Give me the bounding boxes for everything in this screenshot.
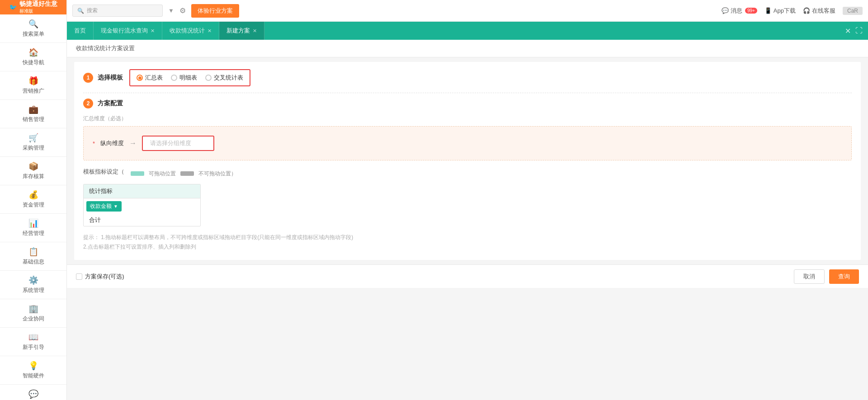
sidebar-label-inventory: 库存核算 xyxy=(23,173,44,180)
sidebar-label-purchase: 采购管理 xyxy=(23,144,44,152)
sidebar-label-business: 经营管理 xyxy=(23,230,44,237)
bottom-buttons: 取消 查询 xyxy=(794,269,859,284)
window-maximize-icon[interactable]: ⛶ xyxy=(855,27,863,35)
cancel-button[interactable]: 取消 xyxy=(794,269,825,284)
drag-legend: 可拖动位置 不可拖动位置） xyxy=(131,170,236,178)
service-btn[interactable]: 🎧 在线客服 xyxy=(803,7,835,15)
dropdown-arrow[interactable]: ▼ xyxy=(168,7,174,14)
metric-tag-label: 收款金额 xyxy=(90,202,112,210)
download-btn[interactable]: 📱 App下载 xyxy=(764,7,796,15)
sidebar-item-hardware[interactable]: 💡 智能硬件 xyxy=(0,356,66,385)
sidebar-item-purchase[interactable]: 🛒 采购管理 xyxy=(0,128,66,157)
sidebar-label-system: 系统管理 xyxy=(23,287,44,294)
query-button[interactable]: 查询 xyxy=(829,269,859,284)
sidebar-item-base[interactable]: 📋 基础信息 xyxy=(0,242,66,271)
radio-cross[interactable]: 交叉统计表 xyxy=(205,74,243,82)
header-right: 💬 消息 99+ 📱 App下载 🎧 在线客服 CaR xyxy=(722,7,863,15)
sidebar-item-collab[interactable]: 🏢 企业协同 xyxy=(0,299,66,328)
sidebar-item-search[interactable]: 🔍 搜索菜单 xyxy=(0,14,66,43)
metrics-box-header: 统计指标 xyxy=(84,184,200,198)
dim-arrow-icon: → xyxy=(129,139,137,147)
required-mark: * xyxy=(93,140,95,147)
window-close-icon[interactable]: ✕ xyxy=(845,27,851,35)
step2-row: 2 方案配置 xyxy=(83,99,852,108)
bottom-bar: 方案保存(可选) 取消 查询 xyxy=(67,264,868,288)
sidebar-item-guide[interactable]: 📖 新手引导 xyxy=(0,328,66,356)
main-section: 1 选择模板 汇总表 明细表 交叉统计表 xyxy=(74,62,861,260)
tab-home[interactable]: 首页 xyxy=(67,22,94,40)
download-icon: 📱 xyxy=(764,7,772,14)
box-icon: 📦 xyxy=(28,161,38,171)
sidebar-item-wechat[interactable]: 💬 企业微信 xyxy=(0,385,66,400)
sidebar-label-sales: 销售管理 xyxy=(23,116,44,123)
radio-detail[interactable]: 明细表 xyxy=(171,74,197,82)
non-draggable-indicator xyxy=(180,171,194,176)
vertical-dim-label: 纵向维度 xyxy=(100,139,124,147)
service-label: 在线客服 xyxy=(812,7,835,15)
sidebar-item-finance[interactable]: 💰 资金管理 xyxy=(0,185,66,214)
save-checkbox[interactable] xyxy=(76,273,82,280)
gear-icon: ⚙️ xyxy=(28,275,38,285)
tab-collection-close[interactable]: ✕ xyxy=(208,28,212,34)
non-draggable-label: 不可拖动位置） xyxy=(198,170,236,178)
sidebar-item-system[interactable]: ⚙️ 系统管理 xyxy=(0,271,66,299)
page-content: 收款情况统计方案设置 1 选择模板 汇总表 明细表 xyxy=(67,40,868,400)
radio-circle-cross xyxy=(205,75,212,81)
tag-chevron-icon: ▼ xyxy=(113,204,118,209)
tips-section: 提示： 1.拖动标题栏可以调整布局，不可跨维度或指标区域拖动栏目字段(只能在同一… xyxy=(83,234,852,251)
dimension-title-text: 汇总维度（必选） xyxy=(83,115,127,122)
download-label: App下载 xyxy=(774,7,796,15)
search-bar[interactable]: 🔍 搜索 xyxy=(72,5,163,17)
message-icon: 💬 xyxy=(722,7,729,14)
tab-newplan[interactable]: 新建方案 ✕ xyxy=(219,22,264,40)
sales-icon: 💼 xyxy=(28,104,38,114)
sidebar-item-quicknav[interactable]: 🏠 快捷导航 xyxy=(0,43,66,71)
gift-icon: 🎁 xyxy=(28,76,38,86)
user-avatar[interactable]: CaR xyxy=(843,7,863,15)
tab-cashflow-close[interactable]: ✕ xyxy=(151,28,155,34)
sidebar-label-marketing: 营销推广 xyxy=(23,87,44,95)
step2-label: 方案配置 xyxy=(98,99,123,108)
metrics-category-label: 统计指标 xyxy=(89,188,113,194)
sidebar-item-inventory[interactable]: 📦 库存核算 xyxy=(0,157,66,185)
step-divider xyxy=(83,93,852,93)
template-selector: 汇总表 明细表 交叉统计表 xyxy=(129,69,250,86)
sidebar-label-hardware: 智能硬件 xyxy=(23,372,44,380)
settings-icon[interactable]: ⚙ xyxy=(179,6,186,15)
tab-newplan-close[interactable]: ✕ xyxy=(253,28,257,34)
messages-btn[interactable]: 💬 消息 99+ xyxy=(722,7,757,15)
service-icon: 🎧 xyxy=(803,7,810,14)
tab-home-label: 首页 xyxy=(74,27,86,35)
vertical-dim-row: * 纵向维度 → 请选择分组维度 xyxy=(93,136,842,151)
guide-icon: 📖 xyxy=(28,332,38,342)
step1-row: 1 选择模板 汇总表 明细表 交叉统计表 xyxy=(83,69,852,86)
sidebar-label-search: 搜索菜单 xyxy=(23,30,44,38)
radio-summary[interactable]: 汇总表 xyxy=(137,74,163,82)
sidebar-item-business[interactable]: 📊 经营管理 xyxy=(0,214,66,242)
dimension-area: * 纵向维度 → 请选择分组维度 xyxy=(83,126,852,160)
industry-btn[interactable]: 体验行业方案 xyxy=(191,4,239,18)
save-label: 方案保存(可选) xyxy=(85,273,124,281)
tab-newplan-label: 新建方案 xyxy=(226,27,250,35)
sidebar-item-sales[interactable]: 💼 销售管理 xyxy=(0,100,66,128)
tip2: 2.点击标题栏下拉可设置排序、插入列和删除列 xyxy=(83,243,852,251)
dim-selector[interactable]: 请选择分组维度 xyxy=(142,136,214,151)
main-area: 🔍 搜索 ▼ ⚙ 体验行业方案 💬 消息 99+ 📱 App下载 🎧 在线客服 … xyxy=(67,0,868,400)
cart-icon: 🛒 xyxy=(28,133,38,143)
sidebar-item-marketing[interactable]: 🎁 营销推广 xyxy=(0,71,66,100)
metrics-title: 模板指标设定（ xyxy=(83,168,124,176)
save-option[interactable]: 方案保存(可选) xyxy=(76,273,124,281)
hardware-icon: 💡 xyxy=(28,361,38,371)
tab-cashflow[interactable]: 现金银行流水查询 ✕ xyxy=(94,22,162,40)
tab-collection[interactable]: 收款情况统计 ✕ xyxy=(162,22,219,40)
app-logo: 🐦 畅捷通好生意 标准版 xyxy=(0,0,66,14)
sidebar-label-collab: 企业协同 xyxy=(23,315,44,323)
metrics-box: 统计指标 收款金额 ▼ 合计 xyxy=(83,184,201,226)
sidebar-label-quicknav: 快捷导航 xyxy=(23,59,44,66)
draggable-label: 可拖动位置 xyxy=(149,170,176,178)
metric-tag-amount[interactable]: 收款金额 ▼ xyxy=(86,201,122,212)
tip1: 提示： 1.拖动标题栏可以调整布局，不可跨维度或指标区域拖动栏目字段(只能在同一… xyxy=(83,234,852,241)
page-breadcrumb: 收款情况统计方案设置 xyxy=(67,40,868,57)
radio-circle-summary xyxy=(137,75,143,81)
money-icon: 💰 xyxy=(28,190,38,200)
